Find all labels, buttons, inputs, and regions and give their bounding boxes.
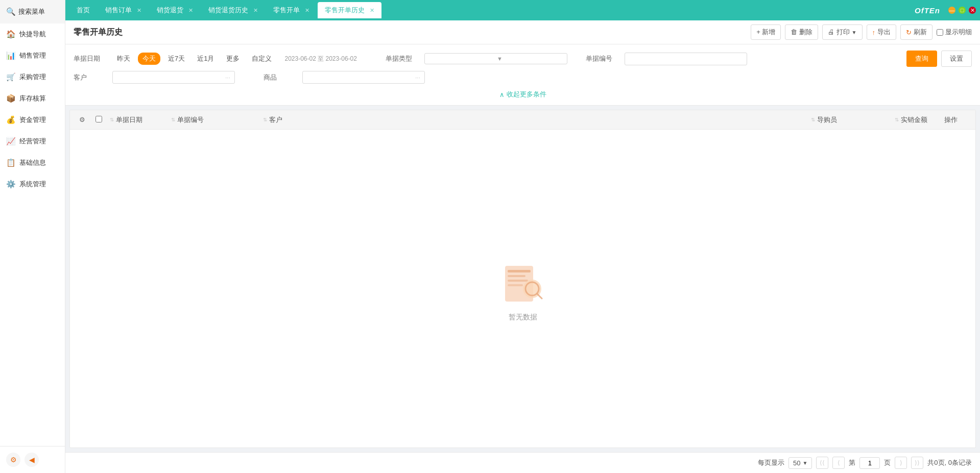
th-action-label: 操作 xyxy=(944,115,958,125)
sort-icon-1: ⇅ xyxy=(110,117,114,122)
tab-sales-return-close[interactable]: ✕ xyxy=(188,7,193,14)
first-page-btn[interactable]: ⟨⟨ xyxy=(816,457,828,469)
customer-input[interactable]: ··· xyxy=(112,71,235,84)
page-number-input[interactable] xyxy=(859,457,880,469)
next-page-btn[interactable]: ⟩ xyxy=(895,457,907,469)
tab-retail-open-close[interactable]: ✕ xyxy=(305,7,309,14)
export-button[interactable]: ↑ 导出 xyxy=(867,24,897,40)
select-all-checkbox[interactable] xyxy=(90,116,107,124)
sidebar-item-inventory[interactable]: 📦 库存核算 xyxy=(0,88,65,109)
window-close-btn[interactable]: ✕ xyxy=(969,7,976,14)
filter-row-2: 客户 ··· 商品 ··· xyxy=(74,71,972,84)
page-suffix: 页 xyxy=(884,458,891,467)
per-page-label: 每页显示 xyxy=(758,458,784,467)
goods-label: 商品 xyxy=(264,73,294,82)
money-icon: 💰 xyxy=(6,115,15,125)
sort-icon-4: ⇅ xyxy=(811,117,815,122)
window-controls: — □ ✕ xyxy=(948,7,976,14)
sidebar-item-label: 基础信息 xyxy=(19,158,46,167)
yesterday-btn[interactable]: 昨天 xyxy=(112,53,135,65)
today-btn[interactable]: 今天 xyxy=(138,53,160,65)
tab-home-label: 首页 xyxy=(77,6,90,15)
page-size-value: 50 xyxy=(793,459,800,467)
tab-sales-order-close[interactable]: ✕ xyxy=(137,7,141,14)
window-maximize-btn[interactable]: □ xyxy=(959,7,966,14)
tab-sales-return-history[interactable]: 销货退货历史 ✕ xyxy=(201,2,265,18)
table-header: ⚙ ⇅ 单据日期 ⇅ 单据编号 ⇅ 客户 xyxy=(70,110,975,130)
refresh-button[interactable]: ↻ 刷新 xyxy=(900,24,933,40)
th-num[interactable]: ⇅ 单据编号 xyxy=(168,111,260,129)
sidebar-item-basic-info[interactable]: 📋 基础信息 xyxy=(0,152,65,173)
svg-rect-3 xyxy=(508,280,528,282)
th-client[interactable]: ⇅ 客户 xyxy=(260,111,808,129)
show-detail-input[interactable] xyxy=(937,29,943,36)
sidebar-item-sys-mgmt[interactable]: ⚙️ 系统管理 xyxy=(0,173,65,195)
goods-input[interactable]: ··· xyxy=(302,71,425,84)
goods-dots: ··· xyxy=(415,74,420,81)
content-wrapper: 零售开单历史 + 新增 🗑 删除 🖨 打印 ▼ ↑ 导出 ↻ xyxy=(65,20,980,473)
empty-text: 暂无数据 xyxy=(509,313,537,322)
more-date-btn[interactable]: 更多 xyxy=(222,53,244,65)
sidebar: 🔍 搜索菜单 🏠 快捷导航 📊 销售管理 🛒 采购管理 📦 库存核算 💰 资金管… xyxy=(0,0,65,473)
custom-date-btn[interactable]: 自定义 xyxy=(247,53,276,65)
collapse-sidebar-btn[interactable]: ◀ xyxy=(25,453,39,467)
sort-icon-2: ⇅ xyxy=(171,117,175,122)
page-size-select[interactable]: 50 ▼ xyxy=(788,457,812,469)
th-date[interactable]: ⇅ 单据日期 xyxy=(107,111,168,129)
th-client-label: 客户 xyxy=(269,115,282,125)
search-menu-item[interactable]: 🔍 搜索菜单 xyxy=(0,0,65,23)
add-button[interactable]: + 新增 xyxy=(751,24,781,40)
sidebar-item-quick-nav[interactable]: 🏠 快捷导航 xyxy=(0,23,65,45)
last-month-btn[interactable]: 近1月 xyxy=(193,53,219,65)
pagination-summary: 共0页, 0条记录 xyxy=(927,458,972,467)
sidebar-item-sales-mgmt[interactable]: 📊 销售管理 xyxy=(0,45,65,66)
tab-sales-return-history-close[interactable]: ✕ xyxy=(253,7,258,14)
settings-icon-btn[interactable]: ⚙ xyxy=(6,453,20,467)
th-amount-label: 实销金额 xyxy=(901,115,927,125)
sidebar-item-operations[interactable]: 📈 经营管理 xyxy=(0,131,65,152)
select-all-input[interactable] xyxy=(95,116,102,122)
print-button[interactable]: 🖨 打印 ▼ xyxy=(822,24,863,40)
settings-button[interactable]: 设置 xyxy=(941,51,972,67)
last-page-btn[interactable]: ⟩⟩ xyxy=(911,457,923,469)
chart-icon: 📊 xyxy=(6,51,15,60)
doc-type-select[interactable]: ▼ xyxy=(424,53,567,64)
last7-btn[interactable]: 近7天 xyxy=(163,53,189,65)
tab-sales-return[interactable]: 销货退货 ✕ xyxy=(150,2,200,18)
goods-field[interactable] xyxy=(307,73,413,81)
doc-num-input[interactable] xyxy=(625,53,747,65)
collapse-label: 收起更多条件 xyxy=(507,90,546,99)
settings-label: 设置 xyxy=(950,54,963,63)
query-button[interactable]: 查询 xyxy=(906,51,937,67)
customer-field[interactable] xyxy=(117,73,223,81)
show-detail-checkbox[interactable]: 显示明细 xyxy=(937,28,972,37)
delete-button[interactable]: 🗑 删除 xyxy=(785,24,818,40)
column-settings-btn[interactable]: ⚙ xyxy=(74,116,90,123)
sidebar-item-label: 系统管理 xyxy=(19,180,46,189)
tab-retail-history-close[interactable]: ✕ xyxy=(370,7,374,14)
date-range-display: 2023-06-02 至 2023-06-02 xyxy=(284,55,356,63)
content-body: ⚙ ⇅ 单据日期 ⇅ 单据编号 ⇅ 客户 xyxy=(65,106,980,473)
tab-retail-open-label: 零售开单 xyxy=(273,6,300,15)
tab-retail-open[interactable]: 零售开单 ✕ xyxy=(266,2,317,18)
th-amount[interactable]: ⇅ 实销金额 xyxy=(869,111,930,129)
tab-sales-order[interactable]: 销售订单 ✕ xyxy=(98,2,149,18)
sidebar-item-purchase-mgmt[interactable]: 🛒 采购管理 xyxy=(0,66,65,88)
page-label: 第 xyxy=(849,458,855,467)
refresh-label: 刷新 xyxy=(914,28,927,37)
th-guide[interactable]: ⇅ 导购员 xyxy=(808,111,869,129)
doc-num-field[interactable] xyxy=(629,55,743,63)
refresh-icon: ↻ xyxy=(906,29,912,36)
search-menu-label: 搜索菜单 xyxy=(18,7,45,16)
th-action: 操作 xyxy=(930,111,971,129)
doc-type-label: 单据类型 xyxy=(386,54,416,63)
empty-state: 暂无数据 xyxy=(467,130,579,447)
tab-retail-history[interactable]: 零售开单历史 ✕ xyxy=(318,2,381,18)
prev-page-btn[interactable]: ⟨ xyxy=(832,457,845,469)
collapse-filter-btn[interactable]: ∧ 收起更多条件 xyxy=(74,88,972,101)
window-minimize-btn[interactable]: — xyxy=(948,7,955,14)
sidebar-item-finance[interactable]: 💰 资金管理 xyxy=(0,109,65,131)
tab-home[interactable]: 首页 xyxy=(69,2,97,18)
export-icon: ↑ xyxy=(872,29,876,36)
th-guide-label: 导购员 xyxy=(817,115,837,125)
